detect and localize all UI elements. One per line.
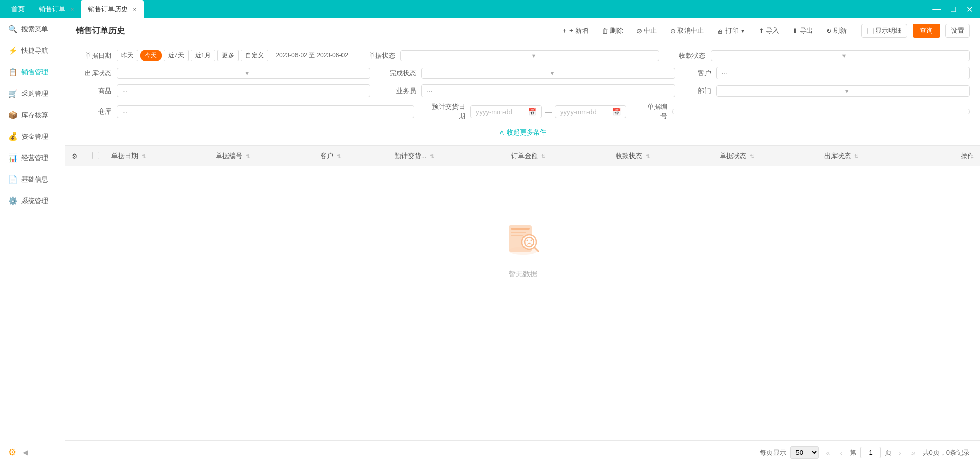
tab-sales-order-history-close[interactable]: × — [133, 6, 136, 12]
order-status-select[interactable]: ▼ — [400, 50, 659, 61]
th-date[interactable]: 单据日期 ⇅ — [105, 146, 210, 166]
per-page-select[interactable]: 50 10 20 100 — [790, 446, 819, 459]
tab-home[interactable]: 首页 — [4, 0, 32, 18]
prev-page-button[interactable]: ‹ — [837, 447, 846, 458]
add-icon: ＋ — [561, 26, 568, 35]
expected-date-label: 预计交货日期 — [429, 102, 470, 121]
refresh-button[interactable]: ↻ 刷新 — [822, 24, 851, 37]
department-select[interactable]: ▼ — [716, 85, 970, 97]
header-row: ⚙ 单据日期 ⇅ 单据编号 ⇅ — [65, 146, 980, 166]
filter-row-4: 仓库 ··· 预计交货日期 yyyy-mm-dd 📅 — yyyy-mm-dd … — [76, 102, 970, 121]
select-all-checkbox[interactable] — [92, 152, 99, 159]
order-number-input[interactable] — [672, 109, 970, 114]
tab-sales-order-close[interactable]: × — [71, 6, 74, 12]
th-amount[interactable]: 订单金额 ⇅ — [505, 146, 609, 166]
payment-status-label: 收款状态 — [675, 51, 711, 60]
th-checkbox[interactable] — [86, 146, 105, 166]
maximize-button[interactable]: □ — [948, 4, 959, 15]
date-btn-7days[interactable]: 近7天 — [164, 50, 189, 61]
cancel-stop-label: 取消中止 — [677, 26, 704, 35]
salesperson-input[interactable]: ··· — [421, 84, 675, 97]
refresh-label: 刷新 — [833, 26, 847, 35]
first-page-button[interactable]: « — [823, 447, 833, 458]
product-input[interactable]: ··· — [117, 84, 370, 97]
sidebar-item-quick-nav[interactable]: ⚡ 快捷导航 — [0, 40, 65, 61]
operation-mgmt-icon: 📊 — [8, 153, 17, 163]
stop-button[interactable]: ⊘ 中止 — [632, 24, 661, 37]
main-layout: 🔍 搜索菜单 ⚡ 快捷导航 📋 销售管理 🛒 采购管理 📦 库存核算 💰 资金管… — [0, 18, 980, 464]
sidebar-item-fund-mgmt[interactable]: 💰 资金管理 — [0, 126, 65, 147]
sidebar-item-basic-info[interactable]: 📄 基础信息 — [0, 169, 65, 190]
date-label: 单据日期 — [76, 51, 117, 60]
tab-sales-order-history[interactable]: 销售订单历史 × — [81, 0, 143, 18]
expected-date-to[interactable]: yyyy-mm-dd 📅 — [555, 105, 626, 118]
close-button[interactable]: ✕ — [963, 4, 976, 15]
export-button[interactable]: ⬇ 导出 — [788, 24, 817, 37]
date-btn-more[interactable]: 更多 — [217, 50, 239, 61]
th-expected-delivery-label: 预计交货... — [395, 152, 427, 160]
sidebar-item-system-mgmt[interactable]: ⚙️ 系统管理 — [0, 190, 65, 212]
settings-config-button[interactable]: 设置 — [945, 24, 970, 38]
completion-status-select[interactable]: ▼ — [421, 68, 675, 79]
sidebar-item-search-menu[interactable]: 🔍 搜索菜单 — [0, 18, 65, 40]
total-info: 共0页，0条记录 — [923, 448, 970, 457]
sidebar-collapse-icon[interactable]: ◀ — [22, 448, 28, 456]
th-order-status[interactable]: 单据状态 ⇅ — [714, 146, 818, 166]
th-payment-status[interactable]: 收款状态 ⇅ — [609, 146, 714, 166]
print-button[interactable]: 🖨 打印 ▼ — [713, 24, 749, 37]
add-button[interactable]: ＋ + 新增 — [557, 24, 592, 37]
print-arrow-icon: ▼ — [740, 28, 745, 34]
minimize-button[interactable]: — — [929, 4, 944, 15]
collapse-more-button[interactable]: ∧ 收起更多条件 — [76, 126, 970, 139]
sidebar-item-inventory-check[interactable]: 📦 库存核算 — [0, 104, 65, 126]
salesperson-value: ··· — [427, 87, 669, 95]
sidebar-item-fund-mgmt-label: 资金管理 — [21, 132, 48, 141]
import-button[interactable]: ⬆ 导入 — [755, 24, 783, 37]
cancel-stop-button[interactable]: ⊙ 取消中止 — [666, 24, 708, 37]
basic-info-icon: 📄 — [8, 175, 17, 184]
query-button[interactable]: 查询 — [913, 24, 940, 38]
tab-sales-order[interactable]: 销售订单 × — [32, 0, 81, 18]
th-customer[interactable]: 客户 ⇅ — [314, 146, 389, 166]
settings-gear-icon[interactable]: ⚙ — [72, 152, 78, 160]
filter-row-2: 出库状态 ▼ 完成状态 ▼ 客户 ··· — [76, 67, 970, 79]
show-detail-button[interactable]: 显示明细 — [861, 24, 907, 38]
th-outbound-status[interactable]: 出库状态 ⇅ — [818, 146, 922, 166]
print-icon: 🖨 — [717, 27, 724, 35]
th-order-no[interactable]: 单据编号 ⇅ — [210, 146, 314, 166]
sidebar-item-operation-mgmt[interactable]: 📊 经营管理 — [0, 147, 65, 169]
sidebar-item-sales-mgmt[interactable]: 📋 销售管理 — [0, 61, 65, 83]
warehouse-value: ··· — [122, 108, 408, 116]
completion-status-label: 完成状态 — [385, 69, 421, 78]
show-detail-checkbox — [867, 28, 874, 34]
page-label: 第 — [850, 448, 856, 457]
add-label: + 新增 — [569, 26, 588, 35]
table-body: 暂无数据 — [65, 166, 980, 325]
page-input[interactable] — [860, 447, 881, 458]
window-controls: — □ ✕ — [929, 4, 976, 15]
delete-button[interactable]: 🗑 删除 — [598, 24, 627, 37]
warehouse-label: 仓库 — [76, 107, 117, 116]
sales-mgmt-icon: 📋 — [8, 68, 17, 77]
refresh-icon: ↻ — [826, 27, 832, 35]
sidebar-settings-icon[interactable]: ⚙ — [8, 447, 16, 458]
th-expected-delivery[interactable]: 预计交货... ⇅ — [389, 146, 505, 166]
date-btn-yesterday[interactable]: 昨天 — [117, 50, 138, 61]
sidebar-item-purchase-mgmt[interactable]: 🛒 采购管理 — [0, 83, 65, 104]
print-label: 打印 — [725, 26, 739, 35]
outbound-status-arrow-icon: ▼ — [244, 70, 364, 76]
last-page-button[interactable]: » — [908, 447, 919, 458]
date-btn-1month[interactable]: 近1月 — [191, 50, 216, 61]
next-page-button[interactable]: › — [896, 447, 904, 458]
date-btn-today[interactable]: 今天 — [140, 50, 162, 61]
import-label: 导入 — [766, 26, 779, 35]
customer-input[interactable]: ··· — [716, 67, 970, 79]
expected-date-from[interactable]: yyyy-mm-dd 📅 — [470, 105, 542, 118]
th-settings[interactable]: ⚙ — [65, 146, 86, 166]
date-btn-custom[interactable]: 自定义 — [241, 50, 268, 61]
warehouse-input[interactable]: ··· — [117, 105, 414, 118]
payment-status-select[interactable]: ▼ — [711, 50, 970, 61]
th-payment-status-label: 收款状态 — [616, 152, 642, 160]
outbound-status-select[interactable]: ▼ — [117, 68, 370, 79]
empty-illustration — [497, 212, 549, 263]
